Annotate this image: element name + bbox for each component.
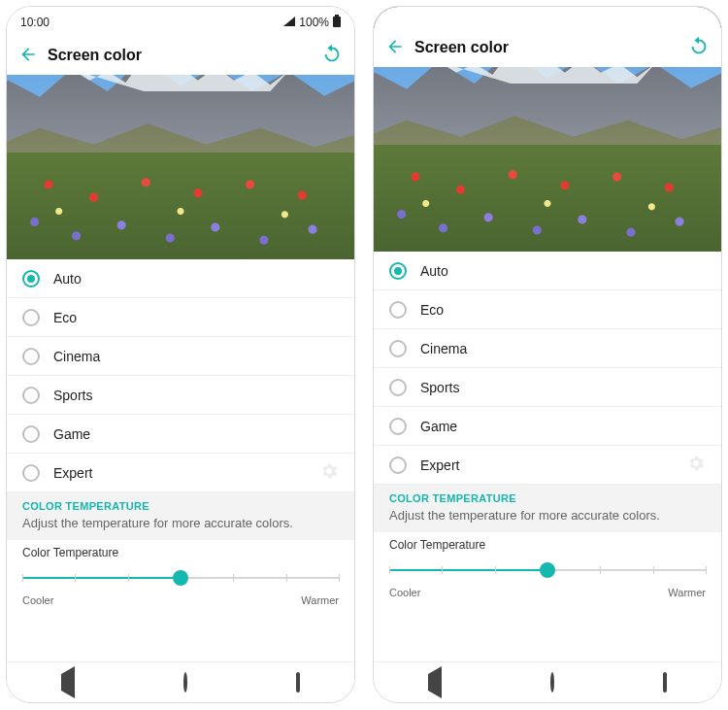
phone-without-notch: 10:00 100% Screen color AutoEcoCinemaSpo… xyxy=(373,6,722,703)
status-time: 10:00 xyxy=(20,16,50,29)
radio-icon[interactable] xyxy=(22,348,40,365)
status-time: 10:00 xyxy=(387,12,414,23)
navigation-bar xyxy=(7,661,354,702)
nav-home-icon[interactable] xyxy=(550,674,554,692)
radio-icon[interactable] xyxy=(389,301,407,319)
option-label: Expert xyxy=(53,465,306,481)
page-title: Screen color xyxy=(48,47,312,64)
nav-home-icon[interactable] xyxy=(183,674,187,692)
back-arrow-icon[interactable] xyxy=(18,45,38,67)
temperature-description: Adjust the temperature for more accurate… xyxy=(374,508,721,532)
option-label: Sports xyxy=(420,380,706,395)
slider-cooler-label: Cooler xyxy=(389,587,420,598)
navigation-bar xyxy=(374,661,721,702)
color-mode-option-game[interactable]: Game xyxy=(374,407,721,446)
battery-icon xyxy=(700,11,708,25)
page-title: Screen color xyxy=(414,39,678,56)
color-mode-option-expert[interactable]: Expert xyxy=(7,454,354,492)
status-right: 100% xyxy=(653,11,708,25)
battery-text: 100% xyxy=(669,12,696,23)
svg-rect-3 xyxy=(700,13,708,23)
option-label: Auto xyxy=(53,271,339,287)
signal-icon xyxy=(653,12,665,23)
temperature-description: Adjust the temperature for more accurate… xyxy=(7,516,354,540)
radio-icon[interactable] xyxy=(389,262,407,280)
option-label: Eco xyxy=(420,302,706,318)
color-mode-option-sports[interactable]: Sports xyxy=(7,376,354,415)
app-bar: Screen color xyxy=(374,28,721,67)
color-mode-option-sports[interactable]: Sports xyxy=(374,368,721,407)
gear-icon[interactable] xyxy=(686,454,706,476)
option-label: Game xyxy=(420,419,706,434)
battery-text: 100% xyxy=(299,16,329,29)
option-label: Cinema xyxy=(420,341,706,356)
color-mode-option-auto[interactable]: Auto xyxy=(374,252,721,290)
radio-icon[interactable] xyxy=(22,464,40,482)
temperature-section-header: COLOR TEMPERATURE xyxy=(7,492,354,516)
slider-thumb[interactable] xyxy=(540,562,555,578)
temperature-slider[interactable] xyxy=(389,561,706,579)
status-bar: 10:00 100% xyxy=(7,7,354,36)
phone-with-notch: 10:00 100% Screen color AutoEcoCinemaSpo… xyxy=(6,6,355,703)
radio-icon[interactable] xyxy=(389,340,407,357)
temperature-heading: COLOR TEMPERATURE xyxy=(22,500,339,512)
radio-icon[interactable] xyxy=(22,425,40,443)
color-mode-option-cinema[interactable]: Cinema xyxy=(374,329,721,368)
option-label: Eco xyxy=(53,310,339,325)
svg-rect-0 xyxy=(335,15,339,17)
temperature-slider-block: Color Temperature Cooler Warmer xyxy=(374,532,721,598)
color-mode-option-expert[interactable]: Expert xyxy=(374,446,721,485)
preview-image xyxy=(374,67,721,252)
temperature-heading: COLOR TEMPERATURE xyxy=(389,492,706,504)
temperature-slider-label: Color Temperature xyxy=(389,538,706,552)
signal-icon xyxy=(283,16,295,29)
svg-rect-2 xyxy=(702,11,706,13)
radio-icon[interactable] xyxy=(22,309,40,326)
radio-icon[interactable] xyxy=(22,270,40,287)
battery-icon xyxy=(333,15,341,30)
temperature-slider[interactable] xyxy=(22,569,339,587)
slider-thumb[interactable] xyxy=(173,570,188,586)
color-mode-list: AutoEcoCinemaSportsGameExpert xyxy=(374,252,721,485)
nav-back-icon[interactable] xyxy=(428,674,442,692)
reset-icon[interactable] xyxy=(688,35,710,60)
slider-cooler-label: Cooler xyxy=(22,594,53,606)
color-mode-option-eco[interactable]: Eco xyxy=(7,298,354,337)
color-mode-option-auto[interactable]: Auto xyxy=(7,259,354,298)
reset-icon[interactable] xyxy=(321,43,343,68)
color-mode-option-eco[interactable]: Eco xyxy=(374,290,721,329)
svg-rect-1 xyxy=(333,17,341,27)
radio-icon[interactable] xyxy=(389,379,407,396)
temperature-slider-block: Color Temperature Cooler Warmer xyxy=(7,540,354,606)
preview-image xyxy=(7,75,354,259)
color-mode-list: AutoEcoCinemaSportsGameExpert xyxy=(7,259,354,492)
app-bar: Screen color xyxy=(7,36,354,75)
radio-icon[interactable] xyxy=(389,456,407,474)
radio-icon[interactable] xyxy=(22,387,40,404)
option-label: Game xyxy=(53,426,339,442)
nav-recent-icon[interactable] xyxy=(296,674,300,692)
temperature-slider-label: Color Temperature xyxy=(22,546,339,559)
option-label: Auto xyxy=(420,263,706,279)
color-mode-option-cinema[interactable]: Cinema xyxy=(7,337,354,376)
gear-icon[interactable] xyxy=(319,461,339,484)
slider-fill xyxy=(22,577,181,579)
slider-warmer-label: Warmer xyxy=(301,594,339,606)
color-mode-option-game[interactable]: Game xyxy=(7,415,354,454)
option-label: Expert xyxy=(420,457,673,473)
back-arrow-icon[interactable] xyxy=(385,37,405,59)
option-label: Cinema xyxy=(53,349,339,364)
status-right: 100% xyxy=(283,15,341,30)
radio-icon[interactable] xyxy=(389,418,407,435)
slider-warmer-label: Warmer xyxy=(668,587,706,598)
slider-fill xyxy=(389,569,547,571)
status-bar: 10:00 100% xyxy=(374,7,721,28)
nav-recent-icon[interactable] xyxy=(663,674,667,692)
temperature-section-header: COLOR TEMPERATURE xyxy=(374,485,721,508)
nav-back-icon[interactable] xyxy=(61,674,75,692)
option-label: Sports xyxy=(53,388,339,403)
